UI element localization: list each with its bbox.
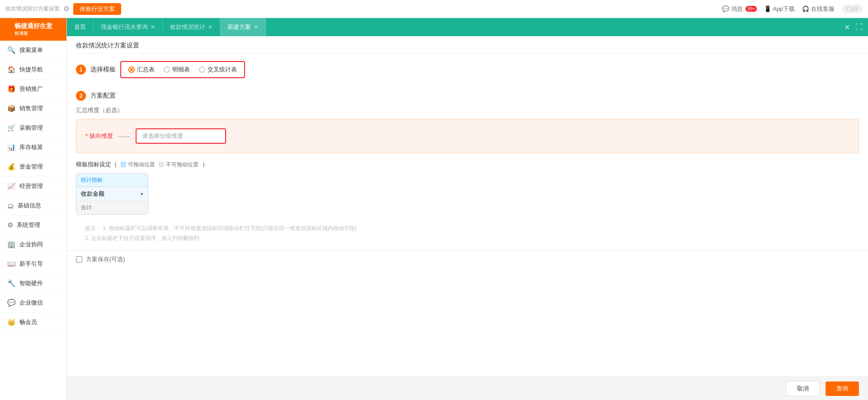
sidebar-item-search[interactable]: 🔍 搜索菜单	[0, 41, 66, 60]
step2-number: 2	[76, 91, 86, 101]
sidebar-item-marketing[interactable]: 🎁 营销推广	[0, 80, 66, 99]
tab-receipt-label: 收款情况统计	[170, 23, 205, 31]
draggable-label: 可拖动位置	[128, 161, 155, 169]
save-checkbox[interactable]	[76, 256, 82, 263]
sidebar-item-wechat[interactable]: 💬 企业微信	[0, 293, 66, 313]
sidebar-label-guide: 新手引导	[19, 260, 43, 268]
tab-newplan[interactable]: 新建方案 ✕	[220, 18, 266, 36]
chevron-down-icon[interactable]: ▾	[141, 191, 143, 197]
finance-icon: 💰	[7, 163, 16, 171]
trial-button[interactable]: 体验行业方案	[73, 3, 121, 15]
metrics-label-text: 模板指标设定（	[76, 160, 117, 169]
sidebar-label-nav: 快捷导航	[19, 66, 43, 74]
option-cross[interactable]: 交叉统计表	[199, 66, 237, 74]
sidebar-label-sales: 销售管理	[19, 104, 43, 113]
sidebar-item-basic[interactable]: 🗂 基础信息	[0, 196, 66, 216]
metrics-sub-row: 合计	[76, 201, 148, 214]
app-name: 畅捷通好生意	[14, 22, 52, 30]
non-draggable-label: 不可拖动位置	[166, 161, 198, 169]
inventory-icon: 📊	[7, 143, 16, 151]
sidebar-item-purchase[interactable]: 🛒 采购管理	[0, 118, 66, 138]
sidebar-item-nav[interactable]: 🏠 快捷导航	[0, 60, 66, 80]
save-label: 方案保存(可选)	[86, 255, 125, 264]
service-area[interactable]: 🎧 在线客服	[802, 5, 835, 13]
metrics-table-header: 统计指标	[76, 174, 148, 187]
tab-receipt-close[interactable]: ✕	[208, 24, 212, 30]
metrics-table: 统计指标 收款金额 ▾ 合计	[76, 173, 148, 215]
sidebar-item-sales[interactable]: 📦 销售管理	[0, 99, 66, 118]
operation-icon: 📈	[7, 182, 16, 190]
tab-cashflow[interactable]: 现金银行流水查询 ✕	[94, 18, 163, 36]
sidebar-item-hardware[interactable]: 🔧 智能硬件	[0, 274, 66, 293]
download-label: App下载	[773, 5, 795, 12]
sidebar-label-member: 畅会员	[19, 318, 37, 326]
gift-icon: 🎁	[7, 85, 16, 93]
radio-detail[interactable]	[164, 66, 170, 73]
option-detail-label: 明细表	[172, 66, 190, 74]
content-area: 首页 现金银行流水查询 ✕ 收款情况统计 ✕ 新建方案 ✕ ✕ ⛶	[67, 18, 868, 400]
sidebar-item-inventory[interactable]: 📊 库存核算	[0, 138, 66, 157]
option-summary-label: 汇总表	[137, 66, 155, 74]
sidebar-item-system[interactable]: ⚙ 系统管理	[0, 216, 66, 235]
home-icon: 🏠	[7, 66, 16, 74]
step2-section: 2 方案配置 汇总维度（必选） 纵向维度 请选择分组维度	[67, 91, 868, 250]
option-detail[interactable]: 明细表	[164, 66, 190, 74]
step2-title: 方案配置	[90, 92, 116, 100]
settings-icon[interactable]: ⚙	[63, 5, 70, 13]
tab-home[interactable]: 首页	[67, 18, 94, 36]
tips-section: 提示： 1. 拖动标题栏可以调整布局，不可跨维度或指标区域拖动栏目字段(只能在同…	[76, 224, 859, 243]
tab-home-label: 首页	[74, 23, 86, 31]
service-label: 在线客服	[811, 5, 835, 12]
sidebar-item-finance[interactable]: 💰 资金管理	[0, 157, 66, 177]
sidebar-label-operation: 经营管理	[19, 182, 43, 190]
sidebar-item-member[interactable]: 👑 畅会员	[0, 313, 66, 332]
page-title: 收款情况统计方案设置	[67, 36, 868, 54]
tip-2: 2. 点击标题栏下拉可设置排序、插入列和删除列	[85, 234, 850, 244]
sidebar-label-search: 搜索菜单	[19, 46, 43, 54]
breadcrumb-text: 收款情况统计方案设置	[5, 5, 60, 13]
sidebar-logo: 畅捷通好生意 标准版	[0, 18, 66, 41]
dimension-select[interactable]: 请选择分组维度	[136, 128, 226, 144]
message-label: 消息	[731, 5, 743, 13]
radio-cross[interactable]	[199, 66, 205, 73]
query-button[interactable]: 查询	[826, 381, 859, 396]
main-layout: 畅捷通好生意 标准版 🔍 搜索菜单 🏠 快捷导航 🎁 营销推广 📦 销售管理 🛒…	[0, 18, 868, 400]
sales-icon: 📦	[7, 104, 16, 113]
draggable-dot	[121, 162, 126, 167]
tab-cashflow-close[interactable]: ✕	[151, 24, 155, 30]
step1-header: 1 选择模板 汇总表 明细表	[76, 61, 859, 78]
sidebar-label-inventory: 库存核算	[19, 143, 43, 151]
dimension-row: 纵向维度 请选择分组维度	[85, 128, 849, 144]
enterprise-icon: 🏢	[7, 240, 16, 249]
sidebar-item-enterprise[interactable]: 🏢 企业协同	[0, 235, 66, 254]
search-icon: 🔍	[7, 46, 16, 54]
step1-section: 1 选择模板 汇总表 明细表	[67, 54, 868, 91]
message-icon: 💬	[722, 5, 729, 12]
app-version: 标准版	[14, 30, 52, 37]
tab-newplan-label: 新建方案	[227, 23, 251, 31]
metrics-table-row[interactable]: 收款金额 ▾	[76, 187, 148, 201]
tab-receipt[interactable]: 收款情况统计 ✕	[163, 18, 220, 36]
page-footer: 方案保存(可选)	[67, 250, 868, 268]
tab-expand-icon[interactable]: ⛶	[855, 23, 863, 31]
cancel-button[interactable]: 取消	[786, 381, 820, 396]
purchase-icon: 🛒	[7, 124, 16, 132]
arrow-line	[118, 133, 130, 140]
user-avatar[interactable]: CaR	[842, 5, 863, 13]
template-options: 汇总表 明细表 交叉统计表	[120, 61, 245, 78]
sidebar-label-basic: 基础信息	[18, 202, 41, 210]
tab-newplan-close[interactable]: ✕	[254, 24, 258, 30]
header-left: 收款情况统计方案设置 ⚙ 体验行业方案	[5, 3, 121, 15]
sidebar-item-guide[interactable]: 📖 新手引导	[0, 254, 66, 274]
metrics-sub-label: 合计	[81, 204, 92, 211]
tab-close-all-icon[interactable]: ✕	[844, 23, 850, 32]
download-icon: 📱	[764, 5, 771, 12]
message-area[interactable]: 💬 消息 99+	[722, 5, 757, 13]
download-area[interactable]: 📱 App下载	[764, 5, 795, 13]
sidebar-item-operation[interactable]: 📈 经营管理	[0, 177, 66, 196]
option-summary[interactable]: 汇总表	[128, 66, 155, 74]
tab-bar: 首页 现金银行流水查询 ✕ 收款情况统计 ✕ 新建方案 ✕ ✕ ⛶	[67, 18, 868, 36]
tab-bar-actions: ✕ ⛶	[844, 18, 868, 36]
radio-summary[interactable]	[128, 66, 135, 73]
metrics-closing-paren: ）	[202, 160, 208, 169]
